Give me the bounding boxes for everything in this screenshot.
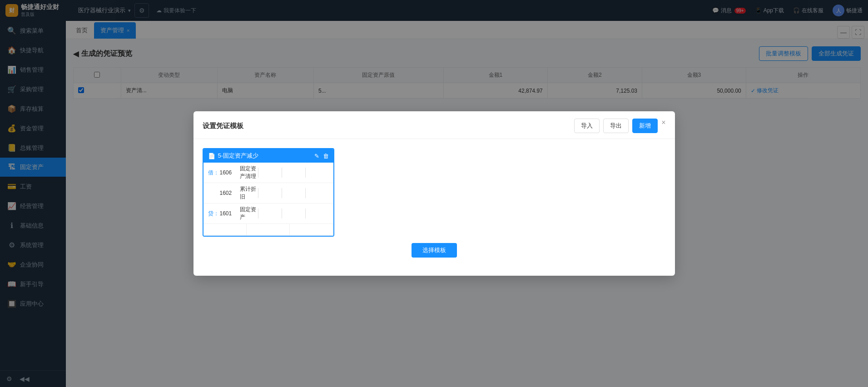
entry-code-1: 1606 — [220, 169, 238, 176]
entry-cols-3 — [258, 208, 329, 218]
entry-name-3: 固定资产 — [240, 206, 258, 221]
dialog-header-buttons: 导入 导出 新增 × — [574, 119, 665, 133]
import-btn[interactable]: 导入 — [574, 119, 600, 133]
content-area: 首页 资产管理 × — ⛶ ◀ 生成的凭证预览 批量调整模板 全部生成凭证 — [66, 21, 868, 387]
entry-col-1 — [258, 168, 282, 178]
entry-cols-2 — [258, 188, 329, 198]
template-entry-1: 借： 1606 固定资产清理 — [203, 163, 333, 183]
entry-code-3: 1601 — [220, 210, 238, 217]
entry-col-2 — [282, 168, 305, 178]
template-entries: 借： 1606 固定资产清理 — [203, 163, 333, 236]
entry-col-8 — [282, 208, 305, 218]
template-doc-icon: 📄 — [208, 153, 215, 159]
dialog-set-template: 设置凭证模板 导入 导出 新增 × 📄 — [193, 111, 675, 276]
dialog-overlay: 设置凭证模板 导入 导出 新增 × 📄 — [66, 39, 868, 387]
dialog-title: 设置凭证模板 — [203, 122, 243, 130]
template-edit-icon[interactable]: ✎ — [314, 153, 319, 159]
entry-debit-label: 借： — [208, 169, 220, 177]
new-template-btn[interactable]: 新增 — [632, 119, 658, 133]
entry-col-9 — [305, 208, 329, 218]
entry-name-1: 固定资产清理 — [240, 165, 258, 180]
entry-code-2: 1602 — [220, 190, 238, 196]
main-layout: 🔍 搜索菜单 🏠 快捷导航 📊 销售管理 🛒 采购管理 📦 库存核算 💰 — [0, 21, 868, 387]
entry-credit-label: 贷： — [208, 210, 220, 218]
template-entry-3: 贷： 1601 固定资产 — [203, 203, 333, 224]
entry-col-7 — [258, 208, 282, 218]
dialog-body: 📄 5-固定资产减少 ✎ 🗑 借： — [193, 139, 675, 267]
template-card-title: 5-固定资产减少 — [218, 152, 312, 160]
entry-cols-1 — [258, 168, 329, 178]
dialog-header: 设置凭证模板 导入 导出 新增 × — [193, 111, 675, 139]
entry-col-5 — [282, 188, 305, 198]
page-content: ◀ 生成的凭证预览 批量调整模板 全部生成凭证 变动类型 资产名称 固定资产原值 — [66, 39, 868, 387]
empty-col-1 — [203, 224, 247, 235]
entry-name-2: 累计折旧 — [240, 185, 258, 201]
export-btn[interactable]: 导出 — [603, 119, 629, 133]
dialog-close-btn[interactable]: × — [661, 119, 665, 133]
empty-col-2 — [247, 224, 290, 235]
template-entry-2: 借： 1602 累计折旧 — [203, 183, 333, 203]
select-template-btn[interactable]: 选择模板 — [412, 243, 457, 258]
template-delete-icon[interactable]: 🗑 — [323, 153, 329, 159]
template-entry-empty — [203, 224, 333, 236]
template-card-action-icons: ✎ 🗑 — [314, 153, 329, 159]
template-card-header: 📄 5-固定资产减少 ✎ 🗑 — [203, 149, 333, 163]
template-card: 📄 5-固定资产减少 ✎ 🗑 借： — [203, 148, 334, 237]
empty-col-3 — [290, 224, 333, 235]
entry-col-6 — [305, 188, 329, 198]
entry-col-4 — [258, 188, 282, 198]
entry-col-3 — [305, 168, 329, 178]
